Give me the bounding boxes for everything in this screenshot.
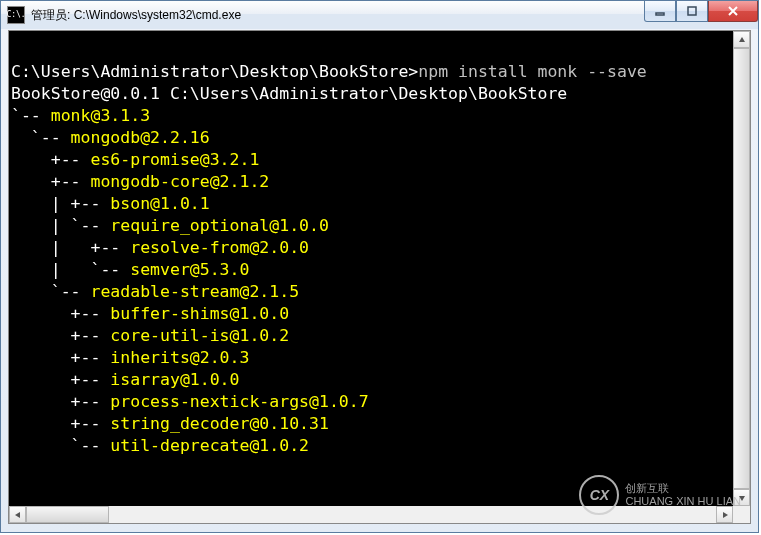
titlebar[interactable]: C:\. 管理员: C:\Windows\system32\cmd.exe [1, 1, 758, 29]
cmd-window: C:\. 管理员: C:\Windows\system32\cmd.exe C:… [0, 0, 759, 533]
minimize-button[interactable] [644, 1, 676, 22]
hscroll-thumb[interactable] [26, 506, 109, 523]
window-title: 管理员: C:\Windows\system32\cmd.exe [31, 7, 644, 24]
vscroll-track[interactable] [733, 48, 750, 489]
svg-rect-0 [656, 13, 664, 15]
scroll-up-button[interactable] [733, 31, 750, 48]
scroll-left-button[interactable] [9, 506, 26, 523]
vertical-scrollbar[interactable] [733, 31, 750, 506]
client-area: C:\Users\Administrator\Desktop\BookStore… [8, 30, 751, 524]
watermark-line1: 创新互联 [625, 482, 741, 495]
close-button[interactable] [708, 1, 758, 22]
watermark-logo: CX [579, 475, 619, 515]
terminal-output: C:\Users\Administrator\Desktop\BookStore… [9, 31, 733, 457]
svg-rect-1 [688, 7, 696, 15]
terminal-viewport[interactable]: C:\Users\Administrator\Desktop\BookStore… [9, 31, 733, 506]
cmd-icon: C:\. [7, 6, 25, 24]
window-controls [644, 1, 758, 21]
vscroll-thumb[interactable] [733, 48, 750, 489]
maximize-button[interactable] [676, 1, 708, 22]
watermark-line2: CHUANG XIN HU LIAN [625, 495, 741, 508]
watermark: CX 创新互联 CHUANG XIN HU LIAN [579, 475, 741, 515]
